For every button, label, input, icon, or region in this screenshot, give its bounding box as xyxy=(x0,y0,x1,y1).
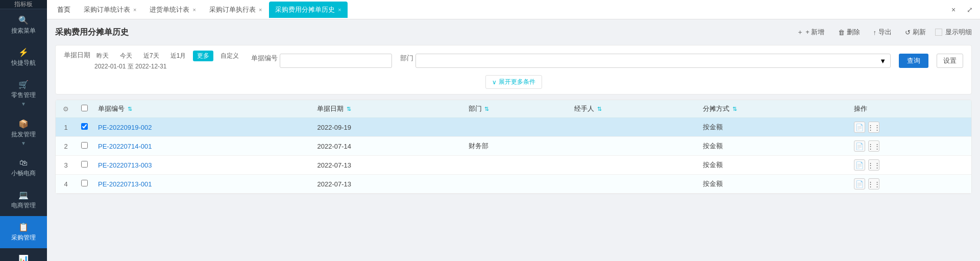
more-icon[interactable]: ⋮⋮ xyxy=(868,140,879,152)
edit-icon[interactable]: 📄 xyxy=(854,159,865,171)
table-row: 1 PE-20220919-002 2022-09-19 按金额 📄 ⋮⋮ xyxy=(56,118,971,137)
row-dept: 财务部 xyxy=(463,137,569,156)
sort-icon[interactable]: ⇅ xyxy=(347,106,351,112)
expand-more-btn[interactable]: ∨ 展开更多条件 xyxy=(485,75,542,89)
table-row: 3 PE-20220713-003 2022-07-13 按金额 📄 ⋮⋮ xyxy=(56,156,971,175)
tab-purchase-fee-split[interactable]: 采购费用分摊单历史 × xyxy=(269,2,347,18)
row-checkbox-cell[interactable] xyxy=(76,175,93,194)
close-icon[interactable]: × xyxy=(338,7,341,13)
date-7days-btn[interactable]: 近7天 xyxy=(139,51,163,61)
refresh-label: 刷新 xyxy=(913,28,926,37)
row-handler xyxy=(569,137,698,156)
dept-select[interactable]: ▼ xyxy=(415,54,891,68)
close-icon[interactable]: × xyxy=(192,7,195,13)
refresh-button[interactable]: ↺ 刷新 xyxy=(901,26,930,39)
row-checkbox[interactable] xyxy=(81,161,88,168)
close-icon[interactable]: × xyxy=(259,7,262,13)
doc-no-link[interactable]: PE-20220714-001 xyxy=(98,143,152,150)
doc-no-filter-group: 单据编号 xyxy=(251,54,392,68)
query-button[interactable]: 查询 xyxy=(899,54,928,68)
row-checkbox[interactable] xyxy=(81,142,88,149)
date-custom-btn[interactable]: 自定义 xyxy=(216,51,243,61)
col-ops: 操作 xyxy=(849,100,971,118)
export-label: 导出 xyxy=(878,28,892,37)
row-doc-no: PE-20220713-003 xyxy=(93,156,312,175)
tab-home-label: 首页 xyxy=(57,5,70,14)
row-checkbox-cell[interactable] xyxy=(76,118,93,137)
more-icon[interactable]: ⋮⋮ xyxy=(868,159,879,171)
row-checkbox-cell[interactable] xyxy=(76,137,93,156)
table-row: 2 PE-20220714-001 2022-07-14 财务部 按金额 📄 ⋮… xyxy=(56,137,971,156)
row-checkbox[interactable] xyxy=(81,180,88,186)
select-all-checkbox[interactable] xyxy=(81,105,88,111)
sidebar-item-quick-nav[interactable]: ⚡ 快捷导航 xyxy=(0,41,47,74)
col-split-method-label: 分摊方式 xyxy=(703,105,729,112)
gear-icon[interactable]: ⚙ xyxy=(63,105,69,113)
delete-button[interactable]: 🗑 删除 xyxy=(834,26,864,39)
tab-actions: × ⤢ xyxy=(947,4,976,16)
edit-icon[interactable]: 📄 xyxy=(854,122,865,133)
date-today-btn[interactable]: 今天 xyxy=(116,51,136,61)
sort-icon[interactable]: ⇅ xyxy=(128,106,132,112)
col-doc-no-label: 单据编号 xyxy=(98,105,125,112)
row-split-method: 按金额 xyxy=(698,118,849,137)
filter-section: 单据日期 昨天 今天 近7天 近1月 更多 自定义 2022-01-01 至 2… xyxy=(55,45,972,94)
tab-home[interactable]: 首页 xyxy=(51,2,77,18)
sort-icon[interactable]: ⇅ xyxy=(732,106,737,112)
row-doc-date: 2022-07-13 xyxy=(312,175,463,194)
date-more-btn[interactable]: 更多 xyxy=(193,51,213,61)
doc-no-link[interactable]: PE-20220919-002 xyxy=(98,124,152,131)
sidebar-item-label: 零售管理 xyxy=(11,91,36,100)
export-icon: ↑ xyxy=(873,29,877,36)
tab-purchase-order-exec[interactable]: 采购订单执行表 × xyxy=(203,2,268,18)
sidebar: 指标板 🔍 搜索菜单 ⚡ 快捷导航 🛒 零售管理 ▼ 📦 批发管理 ▼ 🛍 小畅… xyxy=(0,0,47,261)
row-checkbox-cell[interactable] xyxy=(76,156,93,175)
tab-label: 采购订单统计表 xyxy=(84,5,130,14)
close-all-button[interactable]: × xyxy=(947,4,960,16)
show-cols-label: 显示明细 xyxy=(945,28,972,37)
sidebar-item-purchase[interactable]: 📋 采购管理 xyxy=(0,216,47,248)
delete-icon: 🗑 xyxy=(838,29,845,36)
sort-icon[interactable]: ⇅ xyxy=(484,106,489,112)
show-cols-toggle[interactable]: 显示明细 xyxy=(935,28,972,37)
export-button[interactable]: ↑ 导出 xyxy=(869,26,896,39)
tab-inbound-stats[interactable]: 进货单统计表 × xyxy=(143,2,202,18)
sidebar-logo: 指标板 xyxy=(0,0,47,9)
doc-no-link[interactable]: PE-20220713-003 xyxy=(98,161,152,169)
col-dept-label: 部门 xyxy=(469,105,482,112)
date-1month-btn[interactable]: 近1月 xyxy=(166,51,190,61)
sort-icon[interactable]: ⇅ xyxy=(597,106,602,112)
row-checkbox[interactable] xyxy=(81,123,88,130)
date-filter-group: 单据日期 昨天 今天 近7天 近1月 更多 自定义 2022-01-01 至 2… xyxy=(64,51,243,71)
sidebar-item-label: 电商管理 xyxy=(11,201,36,210)
close-icon[interactable]: × xyxy=(133,7,136,13)
sidebar-item-ecommerce[interactable]: 💻 电商管理 xyxy=(0,184,47,216)
sidebar-item-search[interactable]: 🔍 搜索菜单 xyxy=(0,9,47,41)
doc-no-input[interactable] xyxy=(280,54,392,68)
edit-icon[interactable]: 📄 xyxy=(854,178,865,189)
row-dept xyxy=(463,175,569,194)
more-icon[interactable]: ⋮⋮ xyxy=(868,122,879,133)
edit-icon[interactable]: 📄 xyxy=(854,140,865,152)
toolbar: ＋ + 新增 🗑 删除 ↑ 导出 ↺ 刷新 显示明细 xyxy=(793,26,972,39)
row-number: 1 xyxy=(56,118,76,137)
sidebar-item-inventory[interactable]: 📊 库存核算 xyxy=(0,248,47,261)
sidebar-item-wholesale[interactable]: 📦 批发管理 ▼ xyxy=(0,113,47,152)
col-checkbox[interactable] xyxy=(76,100,93,118)
chevron-down-icon: ▼ xyxy=(21,140,26,146)
doc-no-link[interactable]: PE-20220713-001 xyxy=(98,180,152,188)
col-settings[interactable]: ⚙ xyxy=(56,100,76,118)
row-handler xyxy=(569,156,698,175)
col-dept: 部门 ⇅ xyxy=(463,100,569,118)
sidebar-item-retail[interactable]: 🛒 零售管理 ▼ xyxy=(0,74,47,113)
setting-button[interactable]: 设置 xyxy=(937,54,963,68)
sidebar-item-label: 批发管理 xyxy=(11,130,36,139)
add-button[interactable]: ＋ + 新增 xyxy=(793,26,828,39)
tab-purchase-order-stats[interactable]: 采购订单统计表 × xyxy=(78,2,142,18)
date-range-display: 2022-01-01 至 2022-12-31 xyxy=(94,62,243,71)
expand-icon: ∨ xyxy=(492,79,497,86)
date-yesterday-btn[interactable]: 昨天 xyxy=(92,51,113,61)
more-icon[interactable]: ⋮⋮ xyxy=(868,178,879,189)
maximize-button[interactable]: ⤢ xyxy=(964,4,976,16)
sidebar-item-mini-shop[interactable]: 🛍 小畅电商 xyxy=(0,152,47,184)
